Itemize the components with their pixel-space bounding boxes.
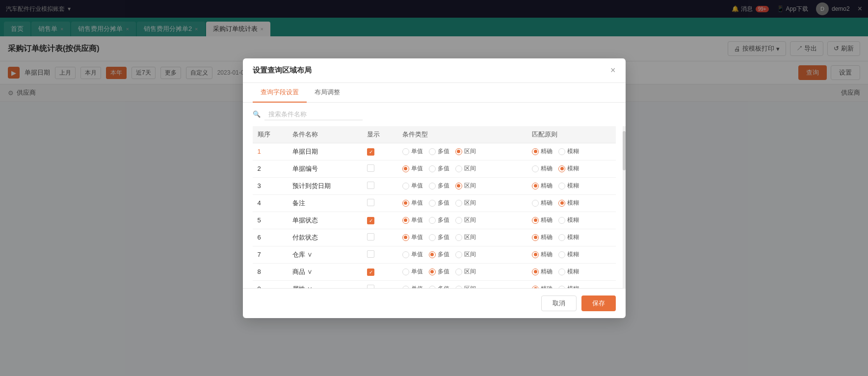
radio-circle xyxy=(532,165,539,172)
th-display: 显示 xyxy=(362,126,397,143)
radio-circle xyxy=(455,165,462,172)
match-radio-item[interactable]: 精确 xyxy=(532,199,552,207)
row-type-cell: 单值多值区间 xyxy=(397,229,527,246)
row-name: 单据状态 xyxy=(288,212,362,229)
match-radio-item[interactable]: 模糊 xyxy=(558,164,579,173)
radio-circle xyxy=(402,234,409,241)
modal-search-input[interactable] xyxy=(264,108,363,120)
type-radio-item[interactable]: 多值 xyxy=(429,164,449,173)
display-checkbox[interactable] xyxy=(367,217,374,224)
row-order: 3 xyxy=(253,177,288,194)
row-name: 仓库 ∨ xyxy=(288,246,362,249)
match-radio-item[interactable]: 精确 xyxy=(532,147,552,156)
radio-circle xyxy=(455,234,462,241)
radio-circle xyxy=(558,200,565,207)
tab-query-fields[interactable]: 查询字段设置 xyxy=(253,83,307,103)
table-row: 7仓库 ∨单值多值区间精确模糊 xyxy=(253,246,616,249)
row-display-cell xyxy=(362,194,397,212)
radio-circle xyxy=(429,165,436,172)
type-radio-item[interactable]: 区间 xyxy=(455,233,476,242)
row-display-cell xyxy=(362,246,397,249)
type-radio-item[interactable]: 多值 xyxy=(429,199,449,207)
match-radio-item[interactable]: 模糊 xyxy=(558,182,579,190)
modal-table: 顺序 条件名称 显示 条件类型 匹配原则 1单据日期单值多值区间精确模糊2单据编… xyxy=(253,126,616,249)
row-type-cell: 单值多值区间 xyxy=(397,212,527,229)
display-checkbox[interactable] xyxy=(367,233,374,241)
modal-title: 设置查询区域布局 xyxy=(253,66,312,75)
scrollbar-track xyxy=(623,126,626,249)
table-row: 2单据编号单值多值区间精确模糊 xyxy=(253,160,616,177)
row-order: 6 xyxy=(253,229,288,246)
modal-close-button[interactable]: × xyxy=(610,65,616,76)
modal-table-wrapper: 顺序 条件名称 显示 条件类型 匹配原则 1单据日期单值多值区间精确模糊2单据编… xyxy=(243,126,626,249)
radio-circle xyxy=(402,200,409,207)
radio-circle xyxy=(402,165,409,172)
type-radio-item[interactable]: 区间 xyxy=(455,216,476,224)
match-radio-item[interactable]: 模糊 xyxy=(558,147,579,156)
row-type-cell: 单值多值区间 xyxy=(397,246,527,249)
radio-circle xyxy=(558,165,565,172)
modal-header: 设置查询区域布局 × xyxy=(243,58,626,83)
match-radio-item[interactable]: 精确 xyxy=(532,233,552,242)
radio-circle xyxy=(429,183,436,189)
row-type-cell: 单值多值区间 xyxy=(397,160,527,177)
radio-circle xyxy=(532,200,539,207)
th-type: 条件类型 xyxy=(397,126,527,143)
radio-circle xyxy=(532,217,539,224)
settings-modal: 设置查询区域布局 × 查询字段设置 布局调整 🔍 顺序 条件名称 xyxy=(243,58,626,249)
radio-circle xyxy=(558,183,565,189)
row-match-cell: 精确模糊 xyxy=(527,246,615,249)
radio-circle xyxy=(558,217,565,224)
radio-circle xyxy=(402,183,409,189)
radio-circle xyxy=(402,217,409,224)
row-order: 1 xyxy=(253,143,288,160)
radio-circle xyxy=(558,234,565,241)
th-name: 条件名称 xyxy=(288,126,362,143)
type-radio-item[interactable]: 多值 xyxy=(429,147,449,156)
match-radio-item[interactable]: 模糊 xyxy=(558,216,579,224)
type-radio-item[interactable]: 区间 xyxy=(455,182,476,190)
display-checkbox[interactable] xyxy=(367,199,374,206)
radio-circle xyxy=(558,148,565,155)
type-radio-item[interactable]: 单值 xyxy=(402,164,423,173)
type-radio-item[interactable]: 区间 xyxy=(455,164,476,173)
row-order: 5 xyxy=(253,212,288,229)
type-radio-item[interactable]: 多值 xyxy=(429,216,449,224)
type-radio-item[interactable]: 单值 xyxy=(402,182,423,190)
match-radio-item[interactable]: 精确 xyxy=(532,182,552,190)
th-match: 匹配原则 xyxy=(527,126,615,143)
row-name: 付款状态 xyxy=(288,229,362,246)
type-radio-item[interactable]: 多值 xyxy=(429,233,449,242)
type-radio-item[interactable]: 单值 xyxy=(402,233,423,242)
tab-layout-adjust[interactable]: 布局调整 xyxy=(307,83,348,103)
modal-overlay: 设置查询区域布局 × 查询字段设置 布局调整 🔍 顺序 条件名称 xyxy=(0,0,868,249)
row-match-cell: 精确模糊 xyxy=(527,143,615,160)
match-radio-item[interactable]: 模糊 xyxy=(558,233,579,242)
row-name: 预计到货日期 xyxy=(288,177,362,194)
table-row: 5单据状态单值多值区间精确模糊 xyxy=(253,212,616,229)
th-order: 顺序 xyxy=(253,126,288,143)
row-match-cell: 精确模糊 xyxy=(527,212,615,229)
match-radio-item[interactable]: 精确 xyxy=(532,216,552,224)
row-type-cell: 单值多值区间 xyxy=(397,194,527,212)
type-radio-item[interactable]: 单值 xyxy=(402,147,423,156)
row-order: 7 xyxy=(253,246,288,249)
type-radio-item[interactable]: 区间 xyxy=(455,199,476,207)
type-radio-item[interactable]: 单值 xyxy=(402,216,423,224)
radio-circle xyxy=(429,234,436,241)
radio-circle xyxy=(455,217,462,224)
type-radio-item[interactable]: 单值 xyxy=(402,199,423,207)
display-checkbox[interactable] xyxy=(367,148,374,156)
match-radio-item[interactable]: 精确 xyxy=(532,164,552,173)
radio-circle xyxy=(532,183,539,189)
match-radio-item[interactable]: 模糊 xyxy=(558,199,579,207)
row-display-cell xyxy=(362,177,397,194)
display-checkbox[interactable] xyxy=(367,182,374,189)
table-row: 6付款状态单值多值区间精确模糊 xyxy=(253,229,616,246)
row-display-cell xyxy=(362,229,397,246)
type-radio-item[interactable]: 多值 xyxy=(429,182,449,190)
display-checkbox[interactable] xyxy=(367,164,374,172)
row-name: 单据日期 xyxy=(288,143,362,160)
scrollbar-thumb[interactable] xyxy=(623,131,626,170)
type-radio-item[interactable]: 区间 xyxy=(455,147,476,156)
